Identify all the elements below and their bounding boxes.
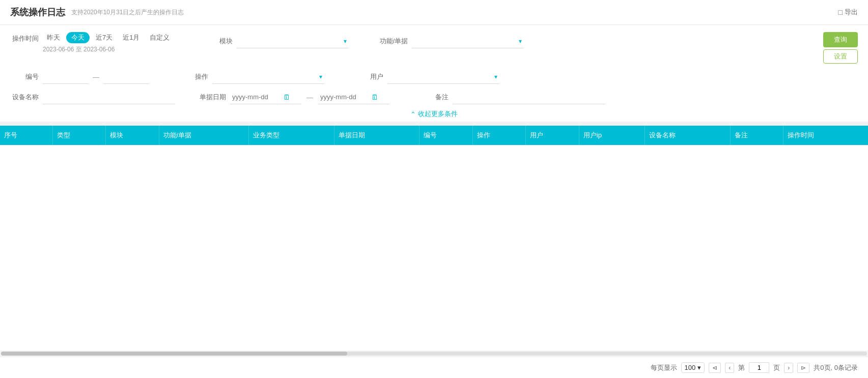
function-label: 功能/单据 xyxy=(379,37,408,46)
export-label: 导出 xyxy=(845,8,858,17)
col-function: 功能/单据 xyxy=(159,126,248,145)
table-wrapper: 序号 类型 模块 功能/单据 业务类型 单据日期 编号 操作 用户 用户ip 设… xyxy=(0,126,868,351)
collapse-row[interactable]: ⌃ 收起更多条件 xyxy=(10,106,858,122)
col-biz-type: 业务类型 xyxy=(249,126,334,145)
scrollbar-thumb[interactable] xyxy=(1,352,347,356)
module-filter: 模块 ▾ xyxy=(204,34,349,48)
col-op-time: 操作时间 xyxy=(783,126,868,145)
date-to-wrap: 🗓 xyxy=(318,90,389,104)
module-label: 模块 xyxy=(204,37,233,46)
remark-filter: 备注 xyxy=(420,90,605,104)
col-type: 类型 xyxy=(52,126,105,145)
page-size-value: 100 xyxy=(685,364,696,371)
col-operation: 操作 xyxy=(472,126,525,145)
page-label: 第 xyxy=(738,363,745,372)
total-records: 共0页, 0条记录 xyxy=(814,363,858,372)
date-sep: — xyxy=(303,94,316,101)
date-from-wrap: 🗓 xyxy=(230,90,301,104)
time-btn-today[interactable]: 今天 xyxy=(66,32,90,43)
export-icon: □ xyxy=(838,8,843,16)
col-seq: 序号 xyxy=(0,126,52,145)
col-number: 编号 xyxy=(419,126,472,145)
scrollbar-track xyxy=(1,352,867,356)
table-header-row: 序号 类型 模块 功能/单据 业务类型 单据日期 编号 操作 用户 用户ip 设… xyxy=(0,126,868,145)
page-title: 系统操作日志 xyxy=(10,6,65,18)
time-buttons-row: 昨天 今天 近7天 近1月 自定义 xyxy=(43,32,174,43)
time-btn-yesterday[interactable]: 昨天 xyxy=(43,32,64,43)
calendar-to-icon[interactable]: 🗓 xyxy=(371,93,378,101)
date-range: 🗓 — 🗓 xyxy=(230,90,389,104)
next-page-button[interactable]: › xyxy=(784,363,793,373)
pagination-bar: 每页显示 100 ▾ ⊲ ‹ 第 页 › ⊳ 共0页, 0条记录 xyxy=(0,357,868,378)
action-buttons: 查询 设置 xyxy=(823,32,858,64)
time-options-group: 昨天 今天 近7天 近1月 自定义 2023-06-06 至 2023-06-0… xyxy=(43,32,174,54)
collapse-chevron-icon: ⌃ xyxy=(410,110,416,118)
time-btn-1month[interactable]: 近1月 xyxy=(119,32,144,43)
module-chevron-icon: ▾ xyxy=(344,38,347,45)
device-input[interactable] xyxy=(43,90,175,104)
col-module: 模块 xyxy=(106,126,159,145)
operation-chevron-icon: ▾ xyxy=(319,73,322,80)
col-user: 用户 xyxy=(526,126,579,145)
operation-label: 操作 xyxy=(180,72,208,81)
collapse-label: 收起更多条件 xyxy=(418,109,458,119)
per-page-label: 每页显示 xyxy=(651,363,677,372)
page-size-chevron-icon: ▾ xyxy=(697,364,701,371)
filter-section: 操作时间 昨天 今天 近7天 近1月 自定义 2023-06-06 至 2023… xyxy=(0,25,868,122)
date-from-input[interactable] xyxy=(232,93,283,101)
scrollbar-area[interactable] xyxy=(0,351,868,357)
voucher-date-filter: 单据日期 🗓 — 🗓 xyxy=(198,90,389,104)
user-chevron-icon: ▾ xyxy=(494,73,497,80)
data-table: 序号 类型 模块 功能/单据 业务类型 单据日期 编号 操作 用户 用户ip 设… xyxy=(0,126,868,145)
function-select[interactable]: ▾ xyxy=(412,34,524,48)
user-filter: 用户 ▾ xyxy=(355,70,499,84)
header-left: 系统操作日志 支持2020年10月31日之后产生的操作日志 xyxy=(10,6,184,18)
function-filter: 功能/单据 ▾ xyxy=(379,34,524,48)
device-label: 设备名称 xyxy=(10,93,39,102)
number-sep: — xyxy=(89,73,103,81)
prev-page-button[interactable]: ‹ xyxy=(725,363,734,373)
filter-row2: 编号 — 操作 ▾ 用户 ▾ xyxy=(10,64,858,84)
page-subtitle: 支持2020年10月31日之后产生的操作日志 xyxy=(71,8,184,17)
device-filter: 设备名称 xyxy=(10,90,175,104)
page-unit: 页 xyxy=(773,363,780,372)
function-chevron-icon: ▾ xyxy=(519,38,522,45)
time-label: 操作时间 xyxy=(10,34,39,43)
page-header: 系统操作日志 支持2020年10月31日之后产生的操作日志 □ 导出 xyxy=(0,0,868,25)
col-remark: 备注 xyxy=(730,126,783,145)
calendar-from-icon[interactable]: 🗓 xyxy=(283,93,290,101)
number-from-input[interactable] xyxy=(43,70,89,84)
time-btn-7days[interactable]: 近7天 xyxy=(92,32,117,43)
user-select[interactable]: ▾ xyxy=(387,70,499,84)
time-btn-custom[interactable]: 自定义 xyxy=(146,32,174,43)
number-to-input[interactable] xyxy=(103,70,149,84)
export-button[interactable]: □ 导出 xyxy=(838,8,858,17)
first-page-button[interactable]: ⊲ xyxy=(709,363,721,373)
last-page-button[interactable]: ⊳ xyxy=(797,363,809,373)
time-filter: 操作时间 昨天 今天 近7天 近1月 自定义 2023-06-06 至 2023… xyxy=(10,32,174,54)
number-range: — xyxy=(43,70,149,84)
settings-button[interactable]: 设置 xyxy=(823,49,858,64)
page-size-select[interactable]: 100 ▾ xyxy=(681,362,705,373)
remark-label: 备注 xyxy=(420,93,449,102)
number-filter: 编号 — xyxy=(10,70,149,84)
operation-filter: 操作 ▾ xyxy=(180,70,324,84)
voucher-date-label: 单据日期 xyxy=(198,93,226,102)
col-device: 设备名称 xyxy=(645,126,730,145)
user-label: 用户 xyxy=(355,72,383,81)
module-select[interactable]: ▾ xyxy=(237,34,349,48)
remark-input[interactable] xyxy=(453,90,605,104)
col-voucher-date: 单据日期 xyxy=(334,126,419,145)
date-to-input[interactable] xyxy=(320,93,371,101)
filter-row3: 设备名称 单据日期 🗓 — 🗓 xyxy=(10,84,858,106)
number-label: 编号 xyxy=(10,72,39,81)
query-button[interactable]: 查询 xyxy=(823,32,858,47)
page-number-input[interactable] xyxy=(749,362,769,373)
operation-select[interactable]: ▾ xyxy=(212,70,324,84)
col-user-ip: 用户ip xyxy=(579,126,645,145)
time-range-display: 2023-06-06 至 2023-06-06 xyxy=(43,45,174,54)
